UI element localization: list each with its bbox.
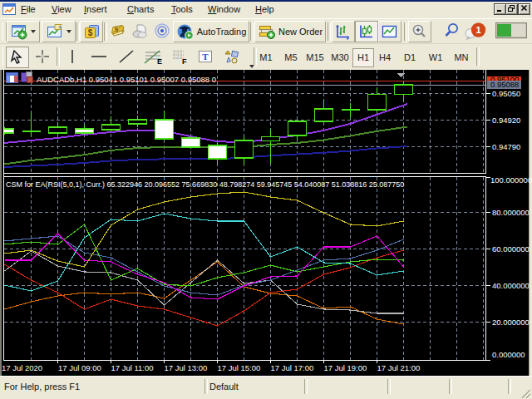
svg-text:T: T [202, 52, 209, 62]
svg-text:100.000000: 100.000000 [490, 175, 532, 185]
svg-text:17 Jul 17:00: 17 Jul 17:00 [271, 363, 314, 372]
svg-text:17 Jul 09:00: 17 Jul 09:00 [58, 363, 101, 372]
svg-text:17 Jul 13:00: 17 Jul 13:00 [165, 363, 208, 372]
svg-text:0.94920: 0.94920 [492, 116, 520, 125]
svg-text:17 Jul 21:00: 17 Jul 21:00 [377, 363, 421, 372]
svg-text:0.000000: 0.000000 [492, 350, 525, 359]
svg-text:AUDCADb,H1 0.95041 0.95101 0.: AUDCADb,H1 0.95041 0.95101 0.95007 0.950… [37, 75, 216, 84]
svg-text:17 Jul 15:00: 17 Jul 15:00 [218, 363, 261, 372]
svg-text:F: F [182, 57, 187, 66]
svg-text:CSM for EA(RSI(5,0,1), Curr.): CSM for EA(RSI(5,0,1), Curr.) 65.322946 … [6, 180, 404, 189]
svg-text:60.000000: 60.000000 [492, 244, 530, 254]
svg-text:0.95088: 0.95088 [490, 80, 519, 89]
svg-text:0.94790: 0.94790 [492, 142, 520, 151]
svg-text:1: 1 [475, 25, 480, 35]
svg-text:17 Jul 2020: 17 Jul 2020 [2, 363, 42, 372]
svg-text:80.000000: 80.000000 [492, 208, 530, 217]
svg-text:40.000000: 40.000000 [492, 281, 530, 290]
svg-text:0.95050: 0.95050 [492, 89, 520, 98]
svg-text:20.000000: 20.000000 [492, 318, 530, 327]
svg-text:17 Jul 11:00: 17 Jul 11:00 [111, 363, 154, 372]
svg-text:E: E [157, 57, 162, 66]
svg-text:$: $ [88, 28, 93, 37]
svg-text:17 Jul 19:00: 17 Jul 19:00 [324, 363, 367, 372]
